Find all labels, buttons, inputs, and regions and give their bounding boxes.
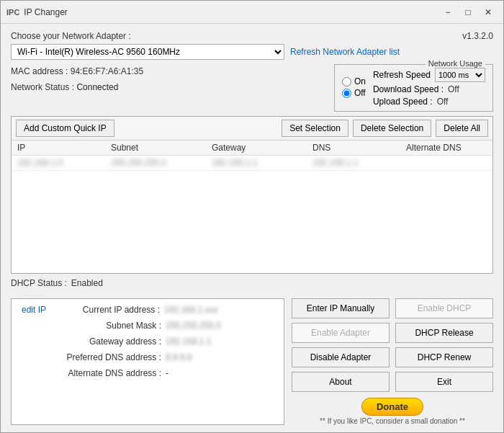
col-subnet: Subnet — [111, 143, 212, 153]
subnet-row: Subnet Mask : 255.255.255.0 — [22, 321, 274, 331]
btn-row-3: Disable Adapter DHCP Renew — [292, 347, 493, 367]
dhcp-release-button[interactable]: DHCP Release — [395, 323, 493, 343]
upload-speed-value: Off — [437, 97, 449, 107]
dhcp-status-bar: DHCP Status : Enabled — [11, 278, 493, 288]
info-usage-row: MAC address : 94:E6:F7:A6:A1:35 Network … — [11, 64, 493, 112]
gateway-label: Gateway address : — [53, 336, 161, 347]
btn-row-2: Enable Adapter DHCP Release — [292, 323, 493, 343]
adapter-section: Choose your Network Adapter : Wi-Fi - In… — [11, 31, 493, 60]
current-ip-row: edit IP Current IP address : 192.168.1.x… — [22, 305, 274, 315]
version-label: v1.3.2.0 — [462, 31, 493, 41]
radio-off[interactable] — [342, 89, 351, 98]
enter-manually-button[interactable]: Enter IP Manually — [292, 298, 390, 318]
minimize-button[interactable]: − — [438, 5, 457, 19]
delete-all-button[interactable]: Delete All — [436, 120, 488, 137]
mac-row: MAC address : 94:E6:F7:A6:A1:35 — [11, 64, 143, 80]
btn-row-4: About Exit — [292, 372, 493, 392]
donate-button[interactable]: Donate — [361, 398, 423, 416]
enable-adapter-button[interactable]: Enable Adapter — [292, 323, 390, 343]
current-ip-label: Current IP address : — [52, 305, 160, 315]
title-bar: IPC IP Changer − □ ✕ — [1, 1, 503, 24]
adapter-label: Choose your Network Adapter : — [11, 31, 400, 41]
donate-note: ** If you like IPC, consider a small don… — [320, 417, 465, 425]
main-content: Choose your Network Adapter : Wi-Fi - In… — [1, 24, 503, 432]
bottom-section: edit IP Current IP address : 192.168.1.x… — [11, 298, 493, 425]
adapter-select[interactable]: Wi-Fi - Intel(R) Wireless-AC 9560 160MHz — [11, 44, 284, 60]
dns-label: Preferred DNS address : — [53, 352, 161, 362]
table-body: 192.168.1.5 255.255.255.0 192.168.1.1 19… — [12, 156, 492, 273]
mac-info-section: MAC address : 94:E6:F7:A6:A1:35 Network … — [11, 64, 143, 95]
row-ip: 192.168.1.5 — [17, 158, 111, 168]
refresh-speed-row: Refresh Speed 1000 ms — [373, 68, 485, 82]
network-status-value: Connected — [76, 82, 118, 92]
refresh-speed-label: Refresh Speed — [373, 70, 431, 80]
gateway-row: Gateway address : 192.168.1.1 — [22, 336, 274, 347]
left-panel: edit IP Current IP address : 192.168.1.x… — [11, 298, 284, 425]
window-title: IP Changer — [24, 7, 438, 17]
alt-dns-row: Alternate DNS address : - — [22, 368, 274, 378]
alt-dns-value: - — [166, 368, 168, 378]
download-speed-label: Download Speed : — [373, 84, 444, 94]
speed-group: Refresh Speed 1000 ms Download Speed : O… — [373, 68, 485, 107]
edit-ip-link[interactable]: edit IP — [22, 305, 46, 315]
network-status-label: Network Status : — [11, 82, 74, 92]
about-button[interactable]: About — [292, 372, 390, 392]
col-ip: IP — [17, 143, 111, 153]
row-dns: 192.168.1.1 — [312, 158, 406, 168]
right-panel: Enter IP Manually Enable DHCP Enable Ada… — [292, 298, 493, 425]
mac-value: 94:E6:F7:A6:A1:35 — [71, 66, 143, 76]
row-subnet: 255.255.255.0 — [111, 158, 212, 168]
gateway-value: 192.168.1.1 — [166, 336, 223, 347]
maximize-button[interactable]: □ — [459, 5, 477, 19]
table-header: IP Subnet Gateway DNS Alternate DNS — [12, 140, 492, 156]
add-custom-ip-button[interactable]: Add Custom Quick IP — [16, 120, 114, 137]
speed-select[interactable]: 1000 ms — [435, 68, 485, 82]
window-controls: − □ ✕ — [438, 5, 498, 19]
radio-off-label[interactable]: Off — [342, 88, 366, 98]
status-row: Network Status : Connected — [11, 80, 143, 96]
download-speed-value: Off — [448, 84, 459, 94]
subnet-label: Subnet Mask : — [53, 321, 161, 331]
table-toolbar: Add Custom Quick IP Set Selection Delete… — [12, 117, 492, 140]
set-selection-button[interactable]: Set Selection — [282, 120, 348, 137]
col-dns: DNS — [312, 143, 406, 153]
mac-label: MAC address : — [11, 66, 68, 76]
adapter-row: Wi-Fi - Intel(R) Wireless-AC 9560 160MHz… — [11, 44, 400, 60]
donate-area: Donate ** If you like IPC, consider a sm… — [292, 398, 493, 425]
main-window: IPC IP Changer − □ ✕ Choose your Network… — [0, 0, 504, 433]
close-button[interactable]: ✕ — [479, 5, 498, 19]
subnet-value: 255.255.255.0 — [166, 321, 223, 331]
radio-on[interactable] — [342, 77, 351, 86]
btn-row-1: Enter IP Manually Enable DHCP — [292, 298, 493, 318]
row-gateway: 192.168.1.1 — [212, 158, 312, 168]
upload-speed-label: Upload Speed : — [373, 97, 433, 107]
exit-button[interactable]: Exit — [395, 372, 493, 392]
dns-value: 8.8.8.8 — [166, 352, 223, 362]
refresh-adapter-link[interactable]: Refresh Network Adapter list — [290, 47, 400, 57]
disable-adapter-button[interactable]: Disable Adapter — [292, 347, 390, 367]
radio-group: On Off — [342, 76, 366, 98]
dhcp-status-label: DHCP Status : — [11, 278, 67, 288]
network-usage-legend: Network Usage — [426, 59, 485, 68]
enable-dhcp-button[interactable]: Enable DHCP — [395, 298, 493, 318]
network-usage-row: On Off Refresh Speed 1000 ms — [342, 68, 485, 107]
download-speed-row: Download Speed : Off — [373, 84, 485, 94]
dhcp-renew-button[interactable]: DHCP Renew — [395, 347, 493, 367]
row-alt-dns — [406, 158, 487, 168]
radio-on-label[interactable]: On — [342, 76, 366, 86]
ip-table-section: Add Custom Quick IP Set Selection Delete… — [11, 116, 493, 274]
alt-dns-label: Alternate DNS address : — [53, 368, 161, 378]
adapter-left: Choose your Network Adapter : Wi-Fi - In… — [11, 31, 400, 60]
dhcp-status-value: Enabled — [71, 278, 103, 288]
col-alt-dns: Alternate DNS — [406, 143, 487, 153]
network-usage-box: Network Usage On Off — [334, 64, 493, 112]
table-row[interactable]: 192.168.1.5 255.255.255.0 192.168.1.1 19… — [12, 156, 492, 171]
col-gateway: Gateway — [212, 143, 312, 153]
delete-selection-button[interactable]: Delete Selection — [353, 120, 431, 137]
app-icon: IPC — [6, 8, 19, 17]
current-ip-value: 192.168.1.xxx — [164, 305, 222, 315]
upload-speed-row: Upload Speed : Off — [373, 97, 485, 107]
dns-row: Preferred DNS address : 8.8.8.8 — [22, 352, 274, 362]
